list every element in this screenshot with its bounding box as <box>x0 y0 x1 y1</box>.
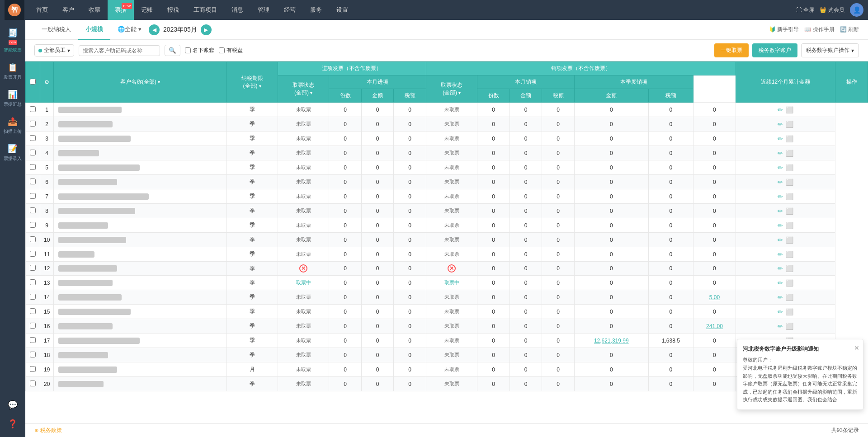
membership-btn[interactable]: 👑 购会员 <box>820 6 844 14</box>
nav-invoice[interactable]: 票据new <box>108 0 134 20</box>
settings-icon[interactable]: ⚙ <box>44 79 49 85</box>
search-button[interactable]: 🔍 <box>165 45 180 56</box>
row-checkbox[interactable] <box>30 381 36 386</box>
edit-action-icon[interactable]: ✏ <box>778 164 783 171</box>
edit-action-icon[interactable]: ✏ <box>778 294 783 301</box>
row-checkbox[interactable] <box>30 164 36 170</box>
copy-action-icon[interactable]: ⬜ <box>786 222 793 229</box>
nav-message[interactable]: 消息 <box>224 0 250 20</box>
new-guide-link[interactable]: 🔰 新手引导 <box>769 26 799 33</box>
period-prev-btn[interactable]: ◀ <box>149 24 160 35</box>
row-checkbox[interactable] <box>30 251 36 257</box>
nav-manage[interactable]: 管理 <box>250 0 277 20</box>
copy-action-icon[interactable]: ⬜ <box>786 121 793 128</box>
row-checkbox[interactable] <box>30 236 36 242</box>
nav-tax[interactable]: 报税 <box>160 0 186 20</box>
row-checkbox[interactable] <box>30 106 36 112</box>
copy-action-icon[interactable]: ⬜ <box>786 164 793 171</box>
refresh-link[interactable]: 🔄 刷新 <box>840 26 859 33</box>
sidebar-item-open-invoice[interactable]: 📋 发票开具 <box>1 59 24 84</box>
edit-action-icon[interactable]: ✏ <box>778 179 783 186</box>
ledger-checkbox[interactable] <box>185 47 191 53</box>
copy-action-icon[interactable]: ⬜ <box>786 193 793 200</box>
edit-action-icon[interactable]: ✏ <box>778 121 783 128</box>
edit-action-icon[interactable]: ✏ <box>778 236 783 244</box>
copy-action-icon[interactable]: ⬜ <box>786 106 793 113</box>
nav-operation[interactable]: 经营 <box>277 0 303 20</box>
nav-service[interactable]: 服务 <box>303 0 329 20</box>
copy-action-icon[interactable]: ⬜ <box>786 150 793 157</box>
sidebar-item-smart-invoice[interactable]: 🧾 new 智能取票 <box>1 24 24 57</box>
row-checkbox[interactable] <box>30 294 36 300</box>
edit-action-icon[interactable]: ✏ <box>778 135 783 142</box>
row-checkbox[interactable] <box>30 352 36 357</box>
copy-action-icon[interactable]: ⬜ <box>786 308 793 315</box>
nav-home[interactable]: 首页 <box>29 0 55 20</box>
nav-receive[interactable]: 收票 <box>81 0 108 20</box>
digital-account-btn[interactable]: 税务数字账户 <box>752 43 797 57</box>
edit-action-icon[interactable]: ✏ <box>778 106 783 113</box>
sidebar-item-summary[interactable]: 📊 票据汇总 <box>1 86 24 111</box>
actions-cell: ✏ ⬜ <box>736 262 835 276</box>
copy-action-icon[interactable]: ⬜ <box>786 323 793 330</box>
row-checkbox[interactable] <box>30 179 36 184</box>
ledger-checkbox-label[interactable]: 名下账套 <box>185 47 214 54</box>
edit-action-icon[interactable]: ✏ <box>778 193 783 200</box>
period-next-btn[interactable]: ▶ <box>201 24 212 35</box>
row-checkbox[interactable] <box>30 207 36 213</box>
tax-disk-checkbox-label[interactable]: 有税盘 <box>219 47 243 54</box>
copy-action-icon[interactable]: ⬜ <box>786 279 793 287</box>
search-input[interactable] <box>79 45 160 56</box>
amt-out-cell: 0 <box>509 377 542 391</box>
select-all-checkbox[interactable] <box>30 79 36 85</box>
edit-action-icon[interactable]: ✏ <box>778 251 783 258</box>
status-in-cell: 未取票 <box>278 160 329 175</box>
row-checkbox[interactable] <box>30 366 36 372</box>
row-checkbox[interactable] <box>30 121 36 127</box>
sidebar-help[interactable]: ❓ <box>1 415 24 432</box>
row-checkbox[interactable] <box>30 337 36 343</box>
copy-action-icon[interactable]: ⬜ <box>786 251 793 258</box>
nav-accounting[interactable]: 记账 <box>134 0 160 20</box>
edit-action-icon[interactable]: ✏ <box>778 207 783 215</box>
nav-business[interactable]: 工商项目 <box>186 0 224 20</box>
tax-policy-link[interactable]: ⊕ 税务政策 <box>34 427 62 434</box>
notification-close-btn[interactable]: ✕ <box>854 343 859 353</box>
row-checkbox[interactable] <box>30 265 36 271</box>
row-checkbox[interactable] <box>30 135 36 141</box>
row-checkbox[interactable] <box>30 222 36 228</box>
nav-customer[interactable]: 客户 <box>55 0 81 20</box>
cnt-out-cell: 0 <box>477 305 510 319</box>
fullscreen-btn[interactable]: ⛶ 全屏 <box>796 6 814 14</box>
sidebar-item-entry[interactable]: 📝 票据录入 <box>1 140 24 165</box>
copy-action-icon[interactable]: ⬜ <box>786 294 793 301</box>
tab-general-taxpayer[interactable]: 一般纳税人 <box>34 20 78 40</box>
copy-action-icon[interactable]: ⬜ <box>786 236 793 244</box>
nav-settings[interactable]: 设置 <box>329 0 355 20</box>
sidebar-item-scan[interactable]: 📤 扫描上传 <box>1 113 24 138</box>
edit-action-icon[interactable]: ✏ <box>778 308 783 315</box>
digital-account-ops-btn[interactable]: 税务数字账户操作 ▾ <box>801 43 859 57</box>
row-checkbox[interactable] <box>30 193 36 199</box>
edit-action-icon[interactable]: ✏ <box>778 279 783 287</box>
row-checkbox[interactable] <box>30 308 36 314</box>
sidebar-chat[interactable]: 💬 <box>1 396 24 414</box>
row-checkbox[interactable] <box>30 150 36 155</box>
copy-action-icon[interactable]: ⬜ <box>786 265 793 272</box>
edit-action-icon[interactable]: ✏ <box>778 150 783 157</box>
edit-action-icon[interactable]: ✏ <box>778 323 783 330</box>
copy-action-icon[interactable]: ⬜ <box>786 179 793 186</box>
tax-disk-checkbox[interactable] <box>219 47 225 53</box>
row-checkbox[interactable] <box>30 279 36 285</box>
copy-action-icon[interactable]: ⬜ <box>786 207 793 215</box>
edit-action-icon[interactable]: ✏ <box>778 265 783 272</box>
manual-link[interactable]: 📖 操作手册 <box>804 26 834 33</box>
employee-select[interactable]: 全部员工 ▾ <box>34 44 74 56</box>
one-click-import-btn[interactable]: 一键取票 <box>714 43 749 57</box>
tab-all[interactable]: 🌐 全能 ▾ <box>110 20 149 40</box>
row-checkbox[interactable] <box>30 323 36 329</box>
user-avatar[interactable]: 👤 <box>850 3 863 17</box>
edit-action-icon[interactable]: ✏ <box>778 222 783 229</box>
tab-small-scale[interactable]: 小规模 <box>78 20 110 40</box>
copy-action-icon[interactable]: ⬜ <box>786 135 793 142</box>
